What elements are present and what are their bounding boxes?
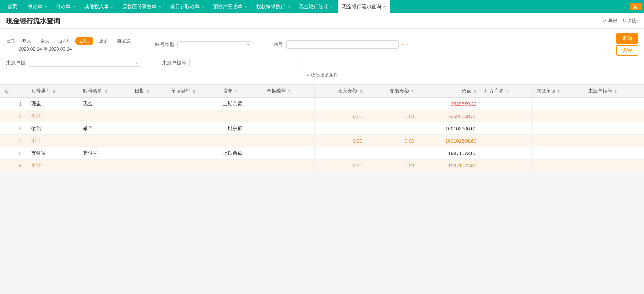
table-row: 5支付宝支付宝上期余额19871073.60 bbox=[0, 147, 644, 160]
nav-tab-收款单[interactable]: 收款单 × bbox=[23, 0, 51, 13]
account-type-label: 账号类型 bbox=[155, 41, 174, 48]
header-actions: ↗ 导出 ↻ 刷新 bbox=[602, 18, 638, 24]
close-icon[interactable]: × bbox=[159, 4, 161, 9]
data-table: ⚙ 账号类型 ⇅ 账号名称 ⇅ 日期 ⇅ 单据类型 ⇅ bbox=[0, 85, 644, 172]
col-source-doc-no: 来源单据号 ⇅ bbox=[584, 85, 644, 98]
filter-row-1: 日期 昨天 今天 近7天 近1月 更多 自定义 2023-02-24 至 202… bbox=[6, 33, 638, 56]
date-buttons: 昨天 今天 近7天 近1月 更多 自定义 bbox=[19, 37, 134, 45]
chevron-up-icon: ∧ bbox=[306, 72, 310, 78]
date-filter: 日期 昨天 今天 近7天 近1月 更多 自定义 2023-02-24 至 202… bbox=[6, 37, 134, 52]
close-icon[interactable]: × bbox=[383, 4, 386, 9]
nav-tab-其他收入单[interactable]: 其他收入单 × bbox=[80, 0, 118, 13]
export-icon: ↗ bbox=[602, 18, 606, 24]
date-btn-custom[interactable]: 自定义 bbox=[114, 37, 134, 45]
close-icon[interactable]: × bbox=[73, 4, 75, 9]
table-row: 2小计0.000.00-3528659.33 bbox=[0, 110, 644, 122]
filter-area: 日期 昨天 今天 近7天 近1月 更多 自定义 2023-02-24 至 202… bbox=[0, 29, 644, 85]
chevron-down-icon: ▾ bbox=[247, 43, 249, 47]
nav-tab-收款核销执行[interactable]: 收款核销执行 × bbox=[252, 0, 294, 13]
date-btn-1month[interactable]: 近1月 bbox=[75, 37, 94, 45]
source-doc-filter: 来源单据 ▾ bbox=[6, 60, 141, 67]
nav-home[interactable]: 首页 bbox=[2, 3, 23, 10]
table-header-row: ⚙ 账号类型 ⇅ 账号名称 ⇅ 日期 ⇅ 单据类型 ⇅ bbox=[0, 85, 644, 98]
table-row: 3微信微信上期余额100102606.60 bbox=[0, 122, 644, 135]
close-icon[interactable]: × bbox=[202, 4, 204, 9]
table-row: 6小计0.000.0019871073.60 bbox=[0, 160, 644, 172]
col-account-name: 账号名称 ⇅ bbox=[79, 85, 131, 98]
filter-row-2: 来源单据 ▾ 来源单据号 bbox=[6, 59, 638, 67]
close-icon[interactable]: × bbox=[111, 4, 113, 9]
nav-tab-预收冲应收单[interactable]: 预收冲应收单 × bbox=[209, 0, 251, 13]
col-doc-type: 单据类型 ⇅ bbox=[167, 85, 219, 98]
sort-icon[interactable]: ⇅ bbox=[506, 89, 509, 93]
more-options-button[interactable]: ··· bbox=[402, 41, 409, 48]
sort-icon[interactable]: ⇅ bbox=[235, 89, 238, 93]
collapse-bar[interactable]: ∧ 收起更多条件 bbox=[6, 70, 638, 80]
setting-button[interactable]: 设置 bbox=[616, 45, 638, 56]
nav-tab-银行存取款单[interactable]: 银行存取款单 × bbox=[166, 0, 209, 13]
sort-icon[interactable]: ⇅ bbox=[147, 89, 150, 93]
date-btn-more[interactable]: 更多 bbox=[96, 37, 111, 45]
top-nav: 首页 收款单 × 付款单 × 其他收入单 × 应收应付调整单 × 银行存取款单 … bbox=[0, 0, 644, 13]
sort-icon[interactable]: ⇅ bbox=[192, 89, 195, 93]
page-header: 现金银行流水查询 ↗ 导出 ↻ 刷新 bbox=[0, 13, 644, 29]
column-settings-icon[interactable]: ⚙ bbox=[5, 88, 9, 94]
export-button[interactable]: ↗ 导出 bbox=[602, 18, 618, 24]
source-doc-label: 来源单据 bbox=[6, 60, 26, 66]
col-date: 日期 ⇅ bbox=[131, 85, 167, 98]
sort-icon[interactable]: ⇅ bbox=[359, 89, 362, 93]
account-input[interactable] bbox=[286, 40, 399, 49]
refresh-icon: ↻ bbox=[622, 18, 627, 24]
sort-icon[interactable]: ⇅ bbox=[104, 89, 107, 93]
nav-tab-现金银行流水查询[interactable]: 现金银行流水查询 × bbox=[338, 0, 390, 13]
nav-tab-应收应付调整单[interactable]: 应收应付调整单 × bbox=[118, 0, 165, 13]
account-filter: 账号 ··· bbox=[273, 40, 409, 49]
source-doc-no-filter: 来源单据号 bbox=[162, 59, 302, 67]
date-btn-today[interactable]: 今天 bbox=[37, 37, 53, 45]
close-icon[interactable]: × bbox=[45, 4, 47, 9]
sort-icon[interactable]: ⇅ bbox=[615, 89, 618, 93]
source-doc-no-input[interactable] bbox=[189, 59, 302, 67]
chevron-down-icon: ▾ bbox=[136, 61, 138, 65]
ai-button[interactable]: Ai bbox=[630, 3, 642, 10]
nav-tab-现金银行统计[interactable]: 现金银行统计 × bbox=[294, 0, 337, 13]
table-row: 4小计0.000.00100102606.60 bbox=[0, 135, 644, 147]
sort-icon[interactable]: ⇅ bbox=[558, 89, 561, 93]
table-wrap: ⚙ 账号类型 ⇅ 账号名称 ⇅ 日期 ⇅ 单据类型 ⇅ bbox=[0, 85, 644, 172]
table-row: 1现金现金上期余额-3528659.33 bbox=[0, 98, 644, 110]
sort-icon[interactable]: ⇅ bbox=[411, 89, 414, 93]
col-counterpart: 对方户名 ⇅ bbox=[480, 85, 532, 98]
page-title: 现金银行流水查询 bbox=[6, 16, 60, 25]
account-label: 账号 bbox=[273, 41, 283, 48]
sort-icon[interactable]: ⇅ bbox=[473, 89, 476, 93]
col-num bbox=[14, 85, 27, 98]
close-icon[interactable]: × bbox=[288, 4, 290, 9]
action-buttons: 查询 设置 bbox=[616, 33, 638, 56]
sort-icon[interactable]: ⇅ bbox=[288, 89, 291, 93]
col-expense: 支出金额 ⇅ bbox=[366, 85, 418, 98]
account-type-filter: 账号类型 ▾ bbox=[155, 41, 252, 48]
table-body: 1现金现金上期余额-3528659.332小计0.000.00-3528659.… bbox=[0, 98, 644, 172]
close-icon[interactable]: × bbox=[330, 4, 333, 9]
date-btn-yesterday[interactable]: 昨天 bbox=[19, 37, 35, 45]
date-range-display: 2023-02-24 至 2023-03-24 bbox=[19, 46, 134, 52]
date-options-group: 昨天 今天 近7天 近1月 更多 自定义 2023-02-24 至 2023-0… bbox=[19, 37, 134, 52]
col-summary: 摘要 ⇅ bbox=[219, 85, 263, 98]
source-doc-select[interactable]: ▾ bbox=[29, 60, 141, 67]
col-account-type: 账号类型 ⇅ bbox=[27, 85, 79, 98]
col-balance: 余额 ⇅ bbox=[418, 85, 480, 98]
sort-icon[interactable]: ⇅ bbox=[53, 89, 56, 93]
date-btn-7days[interactable]: 近7天 bbox=[55, 37, 73, 45]
close-icon[interactable]: × bbox=[245, 4, 247, 9]
col-doc-no: 单据编号 ⇅ bbox=[263, 85, 314, 98]
col-source-doc: 来源单据 ⇅ bbox=[532, 85, 584, 98]
col-income: 收入金额 ⇅ bbox=[314, 85, 366, 98]
refresh-button[interactable]: ↻ 刷新 bbox=[622, 18, 638, 24]
query-button[interactable]: 查询 bbox=[616, 33, 638, 44]
date-label: 日期 bbox=[6, 38, 16, 45]
nav-tab-付款单[interactable]: 付款单 × bbox=[51, 0, 80, 13]
account-type-select[interactable]: ▾ bbox=[177, 41, 252, 48]
source-doc-no-label: 来源单据号 bbox=[162, 60, 186, 66]
col-gear: ⚙ bbox=[0, 85, 14, 98]
